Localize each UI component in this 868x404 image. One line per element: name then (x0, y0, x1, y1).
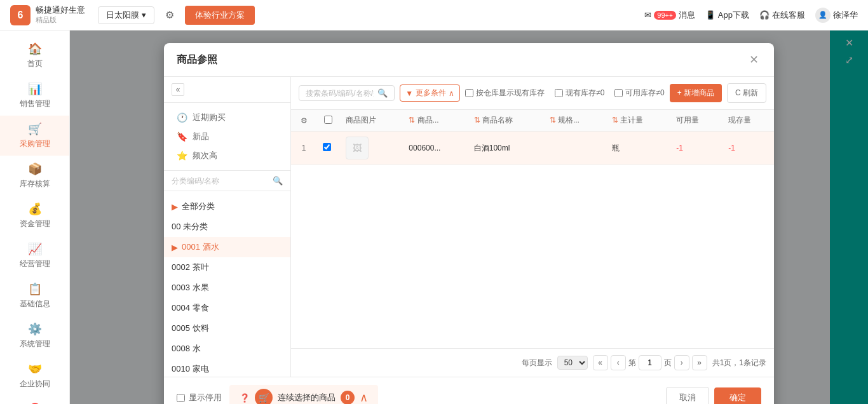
category-item-0010[interactable]: 0010 家电 (164, 359, 290, 377)
modal-title: 商品参照 (177, 53, 217, 67)
show-disabled-toggle[interactable]: 显示停用 (177, 392, 222, 403)
th-checkbox (316, 110, 339, 131)
row-checkbox-cell (316, 131, 339, 165)
th-spec[interactable]: ⇅ 规格... (543, 110, 606, 131)
show-disabled-checkbox[interactable] (177, 394, 185, 402)
category-item-0002[interactable]: 0002 茶叶 (164, 257, 290, 278)
category-item-0001[interactable]: ▶ 0001 酒水 (164, 237, 290, 257)
warehouse-stock-checkbox[interactable] (465, 89, 473, 97)
refresh-button[interactable]: C 刷新 (727, 83, 766, 103)
headset-icon: 🎧 (759, 10, 770, 20)
expand-0001-icon: ▶ (172, 243, 178, 252)
category-search-icon[interactable]: 🔍 (273, 176, 283, 185)
sort-code-icon: ⇅ (409, 116, 415, 125)
row-index: 1 (291, 131, 316, 165)
sidebar-item-finance[interactable]: 💰 资金管理 (0, 196, 69, 236)
row-spec (543, 131, 606, 165)
category-item-0008[interactable]: 0008 水 (164, 339, 290, 359)
new-icon: 🔖 (177, 131, 187, 142)
add-product-button[interactable]: + 新增商品 (670, 84, 722, 102)
user-profile[interactable]: 👤 徐泽华 (815, 8, 858, 23)
modal-body: « 🕐 近期购买 🔖 新品 ⭐ (164, 77, 774, 377)
modal-footer: 显示停用 ❓ 🛒 连续选择的商品 0 ∧ 取消 确定 (164, 377, 774, 404)
checkbox-available-stock[interactable]: 可用库存≠0 (614, 88, 664, 98)
category-item-unclassified[interactable]: 00 未分类 (164, 217, 290, 237)
nav-dropdown-selector[interactable]: 日太阳膜 ▾ (98, 6, 154, 24)
product-toolbar: 🔍 ▼ 更多条件 ∧ 按仓库显示现有库存 (291, 77, 774, 110)
sort-name-icon: ⇅ (474, 116, 480, 125)
messages-button[interactable]: ✉ 99++ 消息 (644, 10, 695, 21)
online-service-button[interactable]: 🎧 在线客服 (759, 10, 805, 21)
cancel-button[interactable]: 取消 (666, 387, 709, 404)
footer-left: 显示停用 (177, 392, 222, 403)
filter-icon: ▼ (405, 89, 413, 98)
th-name[interactable]: ⇅ 商品名称 (468, 110, 543, 131)
collapse-cart-icon[interactable]: ∧ (360, 391, 368, 404)
table-row[interactable]: 1 🖼 000600... 白酒100ml (291, 131, 774, 165)
footer-right: 取消 确定 (666, 387, 761, 404)
row-code: 000600... (402, 131, 467, 165)
product-image: 🖼 (346, 137, 369, 159)
row-checkbox[interactable] (323, 143, 331, 151)
next-page-button[interactable]: › (674, 355, 689, 370)
trial-button[interactable]: 体验行业方案 (185, 6, 255, 25)
sidebar-item-system[interactable]: ⚙️ 系统管理 (0, 316, 69, 356)
th-unit[interactable]: ⇅ 主计量 (606, 110, 670, 131)
row-stock: -1 (722, 131, 774, 165)
checkbox-current-stock[interactable]: 现有库存≠0 (555, 88, 604, 98)
product-table: ⚙ 商品图片 ⇅ 商品... (291, 110, 774, 165)
product-search-icon[interactable]: 🔍 (377, 88, 388, 98)
row-name: 白酒100ml (468, 131, 543, 165)
sidebar-item-cooperation[interactable]: 🤝 企业协同 (0, 356, 69, 396)
sidebar-item-sales[interactable]: 📊 销售管理 (0, 76, 69, 116)
prev-page-button[interactable]: ‹ (611, 355, 626, 370)
product-reference-modal: 商品参照 ✕ « 🕐 近期购买 (164, 43, 774, 404)
category-item-0003[interactable]: 0003 水果 (164, 278, 290, 298)
last-page-button[interactable]: » (692, 355, 707, 370)
category-item-0004[interactable]: 0004 零食 (164, 298, 290, 318)
quick-new-product[interactable]: 🔖 新品 (172, 127, 283, 146)
row-available: -1 (670, 131, 722, 165)
first-page-button[interactable]: « (593, 355, 608, 370)
sidebar-item-guide[interactable]: 🎯 新手引导 (0, 396, 69, 404)
th-code[interactable]: ⇅ 商品... (402, 110, 467, 131)
collapse-panel-button[interactable]: « (172, 83, 184, 96)
th-image: 商品图片 (339, 110, 402, 131)
category-item-0005[interactable]: 0005 饮料 (164, 318, 290, 339)
more-filter-button[interactable]: ▼ 更多条件 ∧ (400, 84, 460, 102)
page-number-input[interactable] (639, 355, 661, 370)
message-icon: ✉ (644, 10, 651, 20)
category-item-all[interactable]: ▶ 全部分类 (164, 196, 290, 217)
logo-area: 6 畅捷通好生意 精品版 (10, 5, 85, 25)
inventory-icon: 📦 (28, 162, 42, 176)
star-icon: ⭐ (177, 151, 187, 161)
sidebar-item-basic-info[interactable]: 📋 基础信息 (0, 276, 69, 316)
th-settings[interactable]: ⚙ (291, 110, 316, 131)
category-list: ▶ 全部分类 00 未分类 ▶ 0001 酒水 0002 茶 (164, 191, 290, 377)
sidebar-item-purchase[interactable]: 🛒 采购管理 (0, 116, 69, 156)
purchase-icon: 🛒 (28, 122, 42, 136)
modal-close-button[interactable]: ✕ (746, 52, 761, 67)
quick-high-freq[interactable]: ⭐ 频次高 (172, 146, 283, 165)
available-stock-checkbox[interactable] (614, 89, 623, 97)
confirm-button[interactable]: 确定 (714, 387, 761, 404)
checkbox-warehouse-stock[interactable]: 按仓库显示现有库存 (465, 88, 545, 98)
th-stock: 现存量 (722, 110, 774, 131)
sidebar-item-inventory[interactable]: 📦 库存核算 (0, 156, 69, 196)
settings-icon[interactable]: ⚙ (159, 5, 180, 25)
category-search-input[interactable] (172, 177, 269, 185)
logo-icon: 6 (10, 5, 31, 25)
sidebar-item-home[interactable]: 🏠 首页 (0, 36, 69, 76)
category-top-bar: « (164, 77, 290, 103)
current-stock-checkbox[interactable] (555, 89, 563, 97)
expand-all-icon: ▶ (172, 202, 178, 212)
sort-spec-icon: ⇅ (550, 116, 556, 125)
help-icon[interactable]: ❓ (240, 393, 250, 403)
quick-recent-purchase[interactable]: 🕐 近期购买 (172, 108, 283, 127)
select-all-checkbox[interactable] (324, 116, 332, 124)
product-search-input[interactable] (306, 89, 374, 98)
sidebar-item-operations[interactable]: 📈 经营管理 (0, 236, 69, 276)
per-page-select[interactable]: 50 (557, 356, 588, 370)
system-icon: ⚙️ (28, 322, 42, 336)
app-download-button[interactable]: 📱 App下载 (705, 10, 749, 21)
